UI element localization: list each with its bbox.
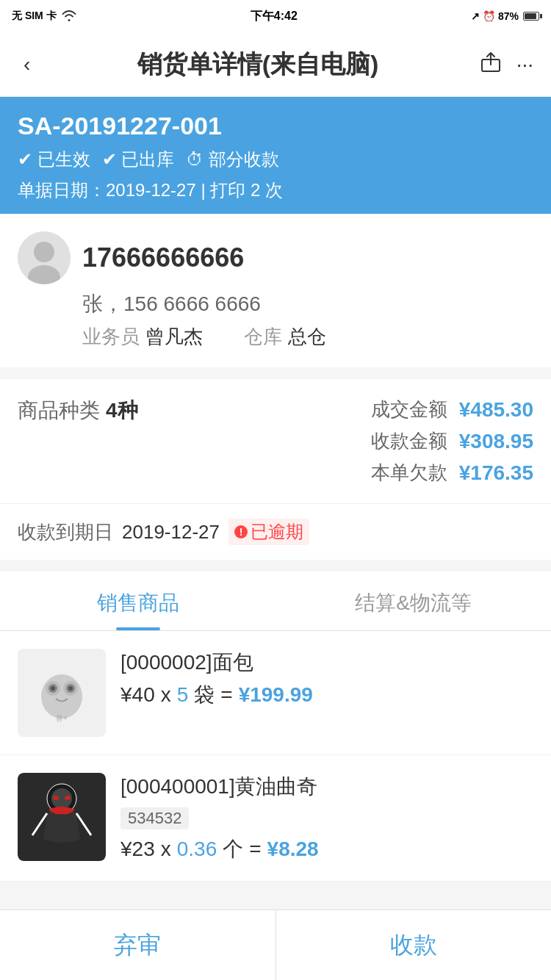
battery-percent: 87% — [498, 10, 519, 22]
price-total-1: ¥199.99 — [239, 683, 313, 707]
tabs-section: 销售商品 结算&物流等 — [0, 572, 551, 631]
customer-phone: 17666666666 — [82, 242, 244, 273]
overdue-text: 已逾期 — [251, 520, 303, 544]
category-count: 4种 — [106, 397, 138, 425]
badge-shipped: ✔ 已出库 — [102, 148, 175, 171]
price-eq-2: = — [249, 837, 261, 861]
salesperson-label: 业务员 — [82, 324, 140, 350]
price-base-2: ¥23 — [120, 837, 155, 861]
customer-section: 17666666666 张，156 6666 6666 业务员 曾凡杰 仓库 总… — [0, 214, 551, 367]
amount-row: 成交金额 ¥485.30 — [371, 397, 533, 422]
list-item: 兽+ [0000002]面包 ¥40 x 5 袋 = ¥199.99 — [0, 631, 551, 755]
share-icon[interactable] — [480, 51, 502, 78]
svg-point-2 — [34, 242, 54, 262]
status-left: 无 SIM 卡 — [12, 10, 77, 24]
category-label: 商品种类 — [18, 397, 100, 425]
location-icon: ↗ — [471, 10, 480, 22]
amount-label: 成交金额 — [371, 397, 447, 422]
order-meta: 单据日期：2019-12-27 | 打印 2 次 — [18, 179, 533, 202]
customer-row: 业务员 曾凡杰 仓库 总仓 — [18, 324, 533, 350]
product-thumb-2 — [18, 773, 106, 861]
nav-bar: ‹ 销货单详情(来自电脑) ··· — [0, 32, 551, 97]
overdue-dot-icon: ! — [234, 525, 248, 538]
price-mul-1: x — [161, 683, 171, 707]
price-base-1: ¥40 — [120, 683, 155, 707]
svg-point-5 — [41, 674, 82, 718]
svg-point-11 — [68, 686, 73, 691]
badge-effective: ✔ 已生效 — [18, 148, 90, 171]
debt-row: 本单欠款 ¥176.35 — [371, 460, 533, 486]
product-price-row-1: ¥40 x 5 袋 = ¥199.99 — [120, 681, 533, 709]
sim-status: 无 SIM 卡 — [12, 10, 57, 23]
back-button[interactable]: ‹ — [18, 47, 36, 82]
product-price-row-2: ¥23 x 0.36 个 = ¥8.28 — [120, 835, 533, 863]
customer-top: 17666666666 — [18, 231, 533, 284]
summary-left: 商品种类 4种 — [18, 397, 138, 425]
price-eq-1: = — [220, 683, 232, 707]
avatar — [18, 231, 71, 284]
tab-settlement-label: 结算&物流等 — [355, 591, 472, 614]
debt-value: ¥176.35 — [459, 461, 533, 485]
status-right: ↗ ⏰ 87% — [471, 10, 539, 22]
price-total-2: ¥8.28 — [267, 837, 319, 861]
due-label: 收款到期日 — [18, 519, 113, 545]
alarm-icon: ⏰ — [483, 10, 495, 22]
product-list: 兽+ [0000002]面包 ¥40 x 5 袋 = ¥199.99 — [0, 631, 551, 882]
warehouse-value: 总仓 — [288, 324, 326, 350]
collect-value: ¥308.95 — [459, 430, 533, 453]
tab-sales-label: 销售商品 — [97, 591, 179, 614]
battery-icon — [523, 12, 539, 21]
more-icon[interactable]: ··· — [516, 53, 533, 76]
overdue-badge: ! 已逾期 — [228, 519, 309, 545]
customer-name: 张，156 6666 6666 — [18, 290, 533, 318]
price-unit-2: 个 — [223, 835, 243, 863]
status-time: 下午4:42 — [251, 9, 298, 24]
product-sku-2: 534532 — [120, 807, 189, 829]
cancel-audit-button[interactable]: 弃审 — [0, 910, 276, 980]
status-bar: 无 SIM 卡 下午4:42 ↗ ⏰ 87% — [0, 0, 551, 32]
svg-text:兽+: 兽+ — [56, 714, 68, 722]
debt-label: 本单欠款 — [371, 460, 447, 486]
summary-row: 商品种类 4种 成交金额 ¥485.30 收款金额 ¥308.95 本单欠款 ¥… — [18, 397, 533, 486]
tab-settlement[interactable]: 结算&物流等 — [276, 572, 551, 630]
collect-row: 收款金额 ¥308.95 — [371, 428, 533, 454]
svg-point-16 — [53, 796, 59, 800]
meta-print: | 打印 2 次 — [201, 180, 283, 200]
due-section: 收款到期日 2019-12-27 ! 已逾期 — [0, 503, 551, 560]
tab-sales-products[interactable]: 销售商品 — [0, 572, 276, 630]
wifi-icon — [61, 10, 77, 24]
product-name-1: [0000002]面包 — [120, 649, 533, 677]
meta-date: 单据日期：2019-12-27 — [18, 180, 196, 200]
header-banner: SA-20191227-001 ✔ 已生效 ✔ 已出库 ⏱ 部分收款 单据日期：… — [0, 97, 551, 214]
collect-label: 收款 — [390, 929, 437, 962]
collect-button[interactable]: 收款 — [276, 910, 552, 980]
salesperson-value: 曾凡杰 — [145, 324, 203, 350]
cancel-label: 弃审 — [114, 929, 161, 962]
svg-point-10 — [51, 686, 55, 691]
price-qty-2: 0.36 — [177, 837, 217, 861]
order-id: SA-20191227-001 — [18, 112, 533, 140]
product-info-1: [0000002]面包 ¥40 x 5 袋 = ¥199.99 — [120, 649, 533, 709]
svg-point-17 — [65, 796, 71, 800]
due-date: 2019-12-27 — [122, 521, 220, 544]
price-qty-1: 5 — [177, 683, 189, 707]
collect-label: 收款金额 — [371, 428, 447, 454]
tabs-bar: 销售商品 结算&物流等 — [0, 572, 551, 631]
nav-actions: ··· — [480, 51, 533, 78]
badge-partial: ⏱ 部分收款 — [186, 148, 279, 171]
amount-value: ¥485.30 — [459, 398, 533, 422]
product-thumb-1: 兽+ — [18, 649, 106, 737]
price-mul-2: x — [161, 837, 171, 861]
summary-right: 成交金额 ¥485.30 收款金额 ¥308.95 本单欠款 ¥176.35 — [371, 397, 533, 486]
summary-section: 商品种类 4种 成交金额 ¥485.30 收款金额 ¥308.95 本单欠款 ¥… — [0, 379, 551, 503]
divider-1 — [0, 367, 551, 379]
price-unit-1: 袋 — [194, 681, 215, 709]
page-title: 销货单详情(来自电脑) — [137, 48, 379, 82]
product-name-2: [000400001]黄油曲奇 — [120, 773, 533, 801]
bottom-bar: 弃审 收款 — [0, 909, 551, 980]
status-badges: ✔ 已生效 ✔ 已出库 ⏱ 部分收款 — [18, 148, 533, 171]
list-item: [000400001]黄油曲奇 534532 ¥23 x 0.36 个 = ¥8… — [0, 755, 551, 882]
warehouse-label: 仓库 — [244, 324, 282, 350]
product-info-2: [000400001]黄油曲奇 534532 ¥23 x 0.36 个 = ¥8… — [120, 773, 533, 863]
